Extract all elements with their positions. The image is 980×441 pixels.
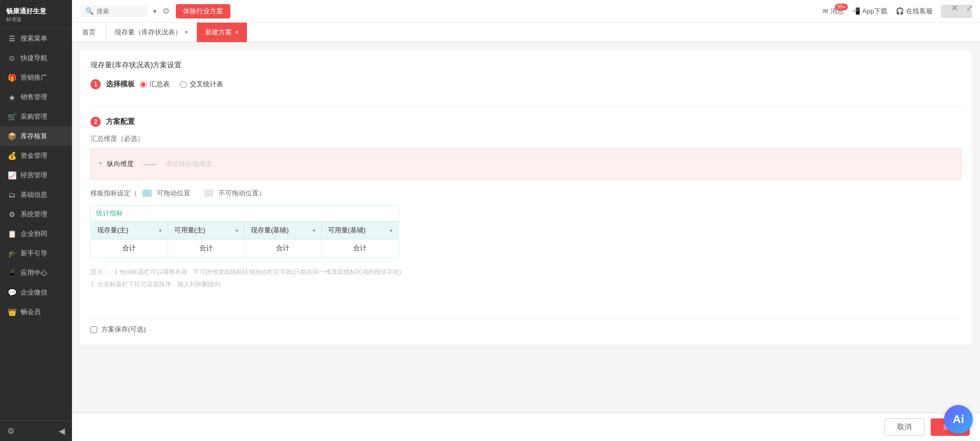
sales-icon: ◈ [7,93,16,102]
sidebar-item-label: 搜索菜单 [21,34,47,43]
online-service-btn[interactable]: 🎧 在线客服 [896,7,933,16]
sidebar-footer: ⚙ ◀ [0,420,72,441]
sidebar: 畅康通好生意 标准版 ☰ 搜索菜单 ⊙ 快捷导航 🎁 营销推广 ◈ 销售管理 🛒… [0,0,72,441]
settings-gear-icon[interactable]: ⚙ [162,6,170,16]
stats-table-title: 统计指标 [91,206,398,222]
sidebar-item-label: 企业微信 [21,288,47,297]
sidebar-settings-icon[interactable]: ⚙ [7,426,14,436]
sidebar-item-label: 库存核算 [21,132,47,141]
step2-title: 方案配置 [106,117,135,126]
tab-new-plan[interactable]: 新建方案 × [197,23,247,42]
sidebar-item-label: 畅会员 [21,307,41,317]
modal-expand-button[interactable]: ⤢ [963,2,976,14]
tip2: 2. 点击标题栏下拉可设置排序、插入列和删除列 [90,281,221,288]
sidebar-item-newbie[interactable]: 🎓 新手引导 [0,244,72,263]
stats-col-header-3[interactable]: 可用量(基辅) ▾ [322,222,399,240]
tab-new-plan-close-icon[interactable]: × [235,29,239,36]
topbar-dropdown-button[interactable]: ▾ [153,8,156,15]
col-dropdown-3[interactable]: ▾ [390,228,392,233]
sidebar-item-label: 系统管理 [21,210,47,219]
stats-columns-header-row: 现存量(主) ▾ 可用量(主) ▾ 现存量(基辅) ▾ 可用量(基辅) [91,222,398,240]
step1-badge: 1 [90,79,101,89]
summary-table-option[interactable]: 汇总表 [140,80,170,89]
sidebar-item-label: 新手引导 [21,249,47,258]
sidebar-item-label: 资金管理 [21,151,47,160]
tips-title: 提示： [90,268,109,275]
sidebar-item-purchase[interactable]: 🛒 采购管理 [0,107,72,126]
tab-new-plan-label: 新建方案 [205,28,232,37]
cross-table-radio[interactable] [180,81,187,88]
dimension-placeholder: 请选择分组维度 [166,159,212,169]
app-download-icon: 📲 [852,7,860,15]
content-area: 现存量(库存状况表)方案设置 1 选择模板 汇总表 交叉统计表 [72,42,980,413]
settings-panel: 现存量(库存状况表)方案设置 1 选择模板 汇总表 交叉统计表 [80,50,972,344]
stats-col-header-0[interactable]: 现存量(主) ▾ [91,222,168,240]
sidebar-item-label: 应用中心 [21,268,47,278]
col-dropdown-2[interactable]: ▾ [313,228,315,233]
sidebar-item-label: 快捷导航 [21,53,47,63]
sidebar-item-label: 采购管理 [21,112,47,121]
immovable-indicator-badge [204,190,213,197]
stats-table: 统计指标 现存量(主) ▾ 可用量(主) ▾ 现存量(基辅) ▾ [90,205,399,258]
messages-btn[interactable]: ✉ 消息 99+ [823,7,844,16]
sidebar-item-sales[interactable]: ◈ 销售管理 [0,87,72,107]
main-area: 🔍 ▾ ⚙ 体验行业方案 ✉ 消息 99+ 📲 App下载 🎧 在线客服 [72,0,980,441]
topbar-search-box[interactable]: 🔍 [80,5,147,17]
save-checkbox[interactable] [90,326,97,333]
search-input[interactable] [97,8,138,15]
template-radio-group: 汇总表 交叉统计表 [140,80,223,89]
sidebar-item-contract[interactable]: 📋 企业协同 [0,224,72,244]
sidebar-item-system[interactable]: ⚙ 系统管理 [0,205,72,224]
stats-columns-data-row: 合计 合计 合计 合计 [91,240,398,257]
col-header-label-3: 可用量(基辅) [328,226,366,235]
sidebar-item-search-menu[interactable]: ☰ 搜索菜单 [0,29,72,48]
cancel-button[interactable]: 取消 [884,418,924,436]
app-download-label: App下载 [862,7,887,16]
dimension-name-label: 纵向维度 [107,159,134,169]
sidebar-item-label: 企业协同 [21,229,47,238]
service-label: 在线客服 [906,7,933,16]
summary-table-radio[interactable] [140,81,147,88]
step1-title: 选择模板 [106,80,135,89]
tab-inventory-close-icon[interactable]: × [185,29,188,36]
modal-close-button[interactable]: ✕ [948,2,961,14]
purchase-icon: 🛒 [7,112,16,121]
sidebar-item-basic-info[interactable]: 🗂 基础信息 [0,185,72,205]
dimension-required-star: * [99,160,102,168]
sidebar-item-marketing[interactable]: 🎁 营销推广 [0,68,72,87]
sidebar-item-member[interactable]: 👑 畅会员 [0,302,72,322]
app-download-btn[interactable]: 📲 App下载 [852,7,887,16]
ai-bubble-label: Ai [953,413,964,426]
tabs-bar: 首页 现存量（库存状况表） × 新建方案 × ✕ ⤢ [72,23,980,42]
sidebar-item-inventory[interactable]: 📦 库存核算 [0,126,72,146]
indicator-settings: 模板指标设定（ 可拖动位置 不可拖动位置） [90,189,961,198]
indicator-immovable-label: 不可拖动位置） [219,189,265,198]
sidebar-collapse-icon[interactable]: ◀ [59,426,65,436]
tab-inventory-status[interactable]: 现存量（库存状况表） × [106,23,197,42]
dimension-label: 汇总维度（必选） [90,134,961,143]
dimension-dash: —— [143,160,156,168]
step2-section: 2 方案配置 汇总维度（必选） * 纵向维度 —— 请选择分组维度 模板指标设定… [90,117,961,308]
newbie-icon: 🎓 [7,249,16,258]
sidebar-item-label: 经营管理 [21,171,47,180]
step1-section: 1 选择模板 汇总表 交叉统计表 [90,79,961,106]
stats-col-header-1[interactable]: 可用量(主) ▾ [168,222,245,240]
tab-home-label: 首页 [82,28,96,37]
col-dropdown-0[interactable]: ▾ [159,228,161,233]
cross-table-option[interactable]: 交叉统计表 [180,80,223,89]
sidebar-item-operation[interactable]: 📈 经营管理 [0,166,72,185]
col-dropdown-1[interactable]: ▾ [235,228,238,233]
tab-home[interactable]: 首页 [72,23,106,42]
app-logo: 畅康通好生意 标准版 [0,0,72,29]
sidebar-item-wechat[interactable]: 💬 企业微信 [0,283,72,302]
basic-info-icon: 🗂 [7,190,16,199]
ai-assistant-bubble[interactable]: Ai [944,405,973,434]
sidebar-item-quick-nav[interactable]: ⊙ 快捷导航 [0,48,72,68]
summary-table-label: 汇总表 [150,80,170,89]
topbar: 🔍 ▾ ⚙ 体验行业方案 ✉ 消息 99+ 📲 App下载 🎧 在线客服 [72,0,980,23]
save-label: 方案保存(可选) [101,325,146,334]
trial-btn[interactable]: 体验行业方案 [176,4,230,19]
stats-col-header-2[interactable]: 现存量(基辅) ▾ [245,222,322,240]
sidebar-item-finance[interactable]: 💰 资金管理 [0,146,72,166]
sidebar-item-app-center[interactable]: 📱 应用中心 [0,263,72,283]
